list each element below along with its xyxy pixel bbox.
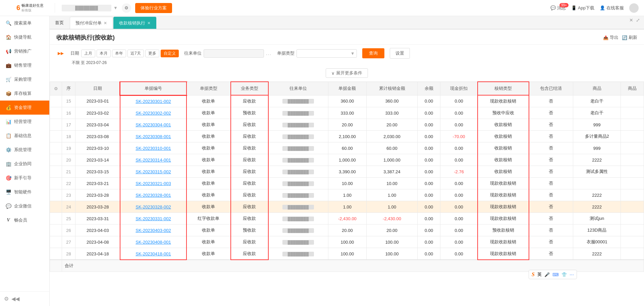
tab-close-active-icon[interactable]: ✕ [147, 21, 151, 25]
cell-bill-no[interactable]: SK-20230331-002 [120, 213, 186, 225]
cell-bill-no[interactable]: SK-20230418-001 [120, 248, 186, 260]
cell-bill-no[interactable]: SK-20230321-003 [120, 178, 186, 189]
date-btn-this-month[interactable]: 本月 [97, 50, 111, 57]
sidebar-item-wechat[interactable]: 💬 企业微信 [0, 199, 49, 213]
ime-shirt-icon[interactable]: 👕 [561, 272, 567, 277]
sidebar-item-guide[interactable]: 🎯 新手引导 [0, 171, 49, 185]
date-btn-this-year[interactable]: 本年 [112, 50, 126, 57]
sidebar-item-hardware[interactable]: 🖥️ 智能硬件 [0, 185, 49, 199]
cell-goods2 [621, 225, 644, 236]
workspace-selector[interactable]: ████████ ▼ [62, 5, 118, 11]
cell-bill-no[interactable]: SK-20230308-001 [120, 131, 186, 142]
col-header-bill-type: 单据类型 [186, 82, 231, 95]
industry-button[interactable]: 体验行业方案 [135, 3, 172, 13]
cell-bill-no[interactable]: SK-20230403-002 [120, 225, 186, 236]
cell-gear [50, 178, 62, 189]
cell-seq: 24 [62, 201, 75, 213]
refresh-button[interactable]: 🔄 刷新 [622, 35, 637, 41]
col-header-gear[interactable]: ⚙ [50, 82, 62, 95]
cell-bill-no[interactable]: SK-20230315-002 [120, 166, 186, 178]
cell-bill-no[interactable]: SK-20230302-002 [120, 107, 186, 119]
table-row: 15 2023-03-01 SK-20230301-002 收款单 应收款 ██… [50, 95, 644, 107]
logo-area: 6 畅康道好生意 标推版 [5, 3, 55, 13]
sidebar-item-search[interactable]: 🔍 搜索菜单 [0, 16, 49, 30]
settings-icon[interactable]: ⚙ [122, 3, 131, 13]
sidebar-label: 营销推广 [14, 48, 32, 54]
receipt-type-select[interactable] [297, 49, 357, 58]
cell-bill-no[interactable]: SK-20230328-001 [120, 189, 186, 201]
cell-balance: 0.00 [417, 131, 440, 142]
sales-icon: 💼 [5, 63, 11, 68]
partner-input[interactable] [204, 49, 264, 58]
cell-cumulative: 100.00 [367, 236, 418, 248]
setting-button[interactable]: 设置 [390, 48, 410, 59]
sidebar-item-sales[interactable]: 💼 销售管理 [0, 58, 49, 72]
cell-goods: 测试jun [573, 213, 621, 225]
app-download-button[interactable]: 📱 App下载 [571, 5, 594, 11]
cell-bill-no[interactable]: SK-20230408-001 [120, 236, 186, 248]
cell-seq: 28 [62, 248, 75, 260]
cell-writeoff-type: 现款收款核销 [478, 213, 529, 225]
cell-discount: -70.00 [440, 131, 478, 142]
cell-bill-no[interactable]: SK-20230310-001 [120, 142, 186, 154]
cell-bill-no[interactable]: SK-20230301-002 [120, 95, 186, 107]
expand-arrow-icon[interactable]: ▶▶ [56, 50, 65, 57]
date-btn-7days[interactable]: 近7天 [127, 50, 144, 57]
user-avatar[interactable] [629, 3, 639, 13]
sidebar-item-finance[interactable]: 💰 资金管理 [0, 101, 49, 115]
online-service-button[interactable]: 👤 在线客服 [600, 5, 624, 11]
ime-more-icon[interactable]: ⋯ [570, 272, 574, 277]
query-button[interactable]: 查询 [362, 48, 384, 58]
tab-home[interactable]: 首页 [50, 17, 69, 29]
partner-select-icon[interactable]: ... [266, 51, 272, 56]
expand-more-button[interactable]: ∨ 展开更多条件 [326, 68, 368, 78]
ime-mic-icon[interactable]: 🎤 [544, 272, 550, 277]
hardware-icon: 🖥️ [5, 189, 11, 195]
date-btn-last-month[interactable]: 上月 [81, 50, 95, 57]
sidebar-item-purchase[interactable]: 🛒 采购管理 [0, 72, 49, 86]
cell-balance: 0.00 [417, 142, 440, 154]
page-title: 收款核销执行(按收款) [56, 34, 115, 42]
cell-cumulative: 1,000.00 [367, 154, 418, 166]
cell-cumulative: -2,430.00 [367, 213, 418, 225]
tab-close-all-icon[interactable]: ✕ [629, 17, 633, 23]
cell-bill-no[interactable]: SK-20230314-001 [120, 154, 186, 166]
cell-bill-no[interactable]: SK-20230304-001 [120, 119, 186, 131]
collapse-icon[interactable]: ◀◀ [11, 296, 19, 302]
sidebar-label: 销售管理 [14, 62, 32, 68]
ime-brand[interactable]: 英 [537, 271, 542, 278]
tab-close-icon[interactable]: ✕ [104, 21, 107, 25]
cell-goods: 999 [573, 119, 621, 131]
sidebar-item-system[interactable]: ⚙️ 系统管理 [0, 143, 49, 157]
tab-payable[interactable]: 预付冲应付单 ✕ [70, 17, 113, 29]
date-btn-more[interactable]: 更多 [145, 50, 159, 57]
notification-button[interactable]: 💬 消息 99+ [550, 5, 566, 11]
notification-badge: 99+ [559, 3, 569, 7]
sidebar-item-inventory[interactable]: 📦 库存核算 [0, 86, 49, 101]
sidebar-label: 库存核算 [14, 90, 32, 97]
cell-date: 2023-03-21 [75, 178, 120, 189]
sidebar-item-marketing[interactable]: 📢 营销推广 [0, 44, 49, 58]
tab-expand-icon[interactable]: ⤢ [636, 17, 640, 23]
cell-balance: 0.00 [417, 248, 440, 260]
cell-biz-type: 应收款 [231, 201, 268, 213]
cell-gear [50, 95, 62, 107]
sidebar-item-member[interactable]: V 畅会员 [0, 213, 49, 227]
cell-amount: 60.00 [328, 142, 367, 154]
sidebar-item-operations[interactable]: 📊 经营管理 [0, 115, 49, 129]
tab-collection[interactable]: 收款核销执行 ✕ [113, 17, 156, 29]
cell-balance: 0.00 [417, 189, 440, 201]
settings-bottom-icon[interactable]: ⚙ [4, 296, 9, 302]
cell-partner: ████████ [268, 166, 328, 178]
cell-cumulative: 2,030.00 [367, 131, 418, 142]
sidebar-item-basicinfo[interactable]: 📋 基础信息 [0, 129, 49, 143]
sidebar-item-enterprise[interactable]: 🏢 企业协同 [0, 157, 49, 171]
table-row: 16 2023-03-02 SK-20230302-002 收款单 预收款 ██… [50, 107, 644, 119]
chevron-down-icon[interactable]: ▼ [113, 5, 118, 10]
ime-toolbar: S 英 🎤 ⌨ 👕 ⋯ [529, 270, 577, 279]
sidebar-item-quicknav[interactable]: 🏠 快捷导航 [0, 30, 49, 44]
ime-keyboard-icon[interactable]: ⌨ [552, 272, 559, 277]
export-button[interactable]: 📤 导出 [603, 35, 619, 41]
date-btn-custom[interactable]: 自定义 [161, 50, 179, 57]
cell-bill-no[interactable]: SK-20230328-002 [120, 201, 186, 213]
